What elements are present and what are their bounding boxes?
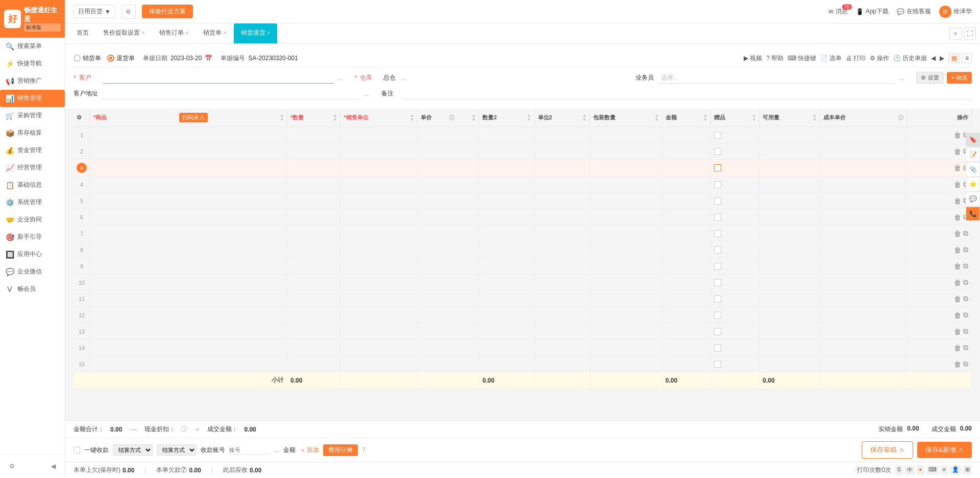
- tab-order[interactable]: 销售订单 ×: [152, 23, 196, 43]
- delete-row-btn[interactable]: 🗑: [954, 295, 961, 303]
- qty-cell[interactable]: [287, 127, 340, 143]
- tab-price[interactable]: 售价提取设置 ×: [96, 23, 152, 43]
- pkgqty-cell-active[interactable]: [590, 160, 662, 177]
- cost-cell[interactable]: [820, 143, 906, 160]
- gift-cell[interactable]: [711, 143, 760, 160]
- qty2-cell[interactable]: [479, 340, 534, 356]
- delete-row-btn[interactable]: 🗑: [954, 213, 961, 221]
- cost-cell[interactable]: [820, 242, 906, 258]
- sidebar-item-purchase[interactable]: 🛒 采购管理: [0, 107, 65, 124]
- qty-cell[interactable]: [287, 340, 340, 356]
- qty2-cell[interactable]: [479, 274, 534, 291]
- qty-cell[interactable]: [287, 323, 340, 340]
- delete-row-btn[interactable]: 🗑: [954, 262, 961, 270]
- qty2-cell[interactable]: [479, 143, 534, 160]
- gift-cell[interactable]: [711, 291, 760, 307]
- unit-cell[interactable]: [340, 274, 418, 291]
- customer-input[interactable]: [103, 72, 334, 84]
- sidebar-item-basic[interactable]: 📋 基础信息: [0, 177, 65, 194]
- tab-home[interactable]: 首页: [69, 23, 96, 43]
- qty2-cell-active[interactable]: [479, 160, 534, 177]
- tab-expand-btn[interactable]: ⛶: [964, 28, 976, 40]
- logistics-btn[interactable]: + 物流: [947, 72, 972, 84]
- qty-cell[interactable]: [287, 143, 340, 160]
- sidebar-item-enterprise[interactable]: 🤝 企业协同: [0, 211, 65, 229]
- product-cell[interactable]: [90, 193, 287, 209]
- available-cell-active[interactable]: [760, 160, 820, 177]
- available-cell[interactable]: [760, 177, 820, 193]
- qty-cell[interactable]: [287, 193, 340, 209]
- tab-order-close[interactable]: ×: [186, 30, 189, 36]
- experience-btn[interactable]: 体验行业方案: [142, 5, 193, 18]
- address-dots[interactable]: ...: [364, 90, 369, 97]
- amount-cell[interactable]: [662, 177, 710, 193]
- copy-row-btn[interactable]: ⧉: [963, 327, 968, 336]
- copy-row-btn[interactable]: ⧉: [963, 278, 968, 287]
- available-cell[interactable]: [760, 209, 820, 225]
- unit-cell[interactable]: [340, 225, 418, 242]
- sidebar-item-search[interactable]: 🔍 搜索菜单: [0, 38, 65, 55]
- delete-row-btn[interactable]: 🗑: [954, 279, 961, 287]
- product-input[interactable]: [93, 164, 284, 172]
- warehouse-dots[interactable]: ...: [401, 74, 406, 82]
- unit-cell[interactable]: [340, 143, 418, 160]
- cost-cell[interactable]: [820, 274, 906, 291]
- sidebar-item-guide[interactable]: 🎯 新手引导: [0, 229, 65, 246]
- history-btn[interactable]: 🕐 历史单据: [893, 54, 927, 63]
- amount-cell[interactable]: [662, 258, 710, 274]
- qty2-cell[interactable]: [479, 242, 534, 258]
- pkgqty-cell[interactable]: [590, 307, 662, 323]
- staff-dots[interactable]: ...: [899, 74, 904, 82]
- pkgqty-cell[interactable]: [590, 340, 662, 356]
- price-cell[interactable]: [418, 274, 479, 291]
- product-cell[interactable]: [90, 225, 287, 242]
- grid-btn[interactable]: ⊞: [963, 465, 972, 475]
- product-cell[interactable]: [90, 291, 287, 307]
- pkgqty-cell[interactable]: [590, 258, 662, 274]
- qty2-cell[interactable]: [479, 209, 534, 225]
- cost-cell[interactable]: [820, 209, 906, 225]
- copy-row-btn[interactable]: ⧉: [963, 245, 968, 254]
- delete-row-btn[interactable]: 🗑: [954, 181, 961, 189]
- product-cell[interactable]: [90, 258, 287, 274]
- gift-checkbox[interactable]: [714, 328, 721, 335]
- fee-btn[interactable]: 费用分摊: [323, 444, 358, 456]
- price-cell[interactable]: [418, 225, 479, 242]
- qty2-cell[interactable]: [479, 225, 534, 242]
- price-cell[interactable]: [418, 340, 479, 356]
- save-draft-btn[interactable]: 保存草稿 ∧: [862, 441, 913, 459]
- amount-cell[interactable]: [662, 291, 710, 307]
- right-star-btn[interactable]: ⭐: [966, 177, 980, 191]
- unit-cell[interactable]: [340, 127, 418, 143]
- delete-row-btn[interactable]: 🗑: [954, 311, 961, 319]
- right-phone-btn[interactable]: 📞: [966, 207, 980, 221]
- account-input[interactable]: [229, 446, 270, 455]
- amount-cell[interactable]: [662, 307, 710, 323]
- delete-row-btn[interactable]: 🗑: [954, 230, 961, 238]
- unit2-cell[interactable]: [534, 143, 590, 160]
- message-btn[interactable]: ✉ 消息 70: [828, 7, 848, 16]
- gift-cell[interactable]: [711, 323, 760, 340]
- gift-checkbox[interactable]: [714, 214, 721, 221]
- qty-cell[interactable]: [287, 242, 340, 258]
- right-attach-btn[interactable]: 📎: [966, 162, 980, 177]
- amount-cell[interactable]: [662, 209, 710, 225]
- staff-input[interactable]: [659, 72, 896, 84]
- unit2-cell[interactable]: [534, 127, 590, 143]
- add-row-btn[interactable]: +: [77, 163, 87, 173]
- qty2-cell[interactable]: [479, 258, 534, 274]
- unit-cell[interactable]: [340, 193, 418, 209]
- unit-cell[interactable]: [340, 177, 418, 193]
- product-cell[interactable]: [90, 209, 287, 225]
- unit-cell[interactable]: [340, 291, 418, 307]
- shortcuts-btn[interactable]: ⌨ 快捷键: [788, 54, 816, 63]
- copy-row-btn[interactable]: ⧉: [963, 229, 968, 238]
- user-menu-btn[interactable]: 徐 徐泽华: [939, 6, 972, 18]
- price-cell[interactable]: [418, 193, 479, 209]
- delete-row-btn[interactable]: 🗑: [954, 131, 961, 139]
- collapse-icon[interactable]: ◀: [45, 459, 61, 474]
- radio-return[interactable]: 退货单: [107, 54, 135, 63]
- sidebar-item-marketing[interactable]: 📢 营销推广: [0, 72, 65, 90]
- more-btn[interactable]: ≡: [941, 465, 948, 475]
- calc-select[interactable]: 结算方式: [157, 444, 197, 456]
